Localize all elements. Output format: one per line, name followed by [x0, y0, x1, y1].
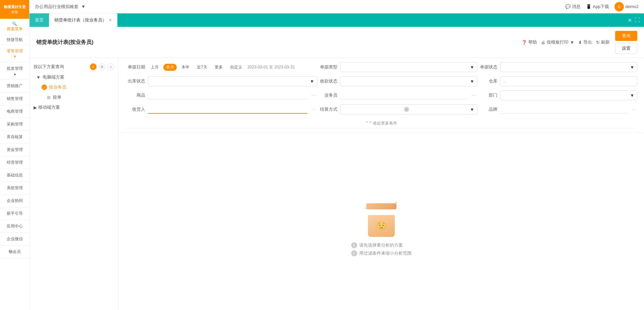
- query-filters: 单据日期 上月 本月 本年 近7天 更多 自定义 2023-03-01 至 20…: [118, 58, 644, 133]
- goods-input[interactable]: [148, 91, 307, 99]
- refresh-icon: ↻: [596, 40, 600, 45]
- date-this-month[interactable]: 本月: [163, 64, 177, 71]
- sidebar-item-finance[interactable]: 资金管理: [0, 144, 29, 156]
- empty-illustration: 😟 ✦ ✦: [361, 200, 401, 237]
- salesperson-dots[interactable]: ···: [470, 92, 477, 98]
- avatar: E: [614, 2, 624, 11]
- sidebar-search[interactable]: 🔍 搜索菜单: [0, 19, 29, 35]
- sidebar-item-member[interactable]: 畅会员: [0, 246, 29, 258]
- add-scheme-btn[interactable]: +: [90, 63, 97, 70]
- receipt-status-select[interactable]: ▼: [340, 76, 477, 86]
- date-this-year[interactable]: 本年: [179, 64, 192, 71]
- empty-state: 😟 ✦ ✦ 1 请先选择要分析的方案 2 用过滤条件来缩小分析范: [118, 133, 644, 310]
- empty-text: 1 请先选择要分析的方案 2 用过滤条件来缩小分析范围: [351, 242, 412, 258]
- content-area: 销货单统计表(按业务员) ❓ 帮助 🖨 按模板打印 ▼ ⬇ 导出: [30, 27, 644, 310]
- sidebar-item-enterprise[interactable]: 企业协同: [0, 195, 29, 207]
- tab-sales-stat-label: 销货单统计表（按业务员）: [54, 17, 107, 23]
- sidebar-item-ecommerce[interactable]: 电商管理: [0, 105, 29, 118]
- date-last-month[interactable]: 上月: [148, 64, 161, 71]
- warehouse-value: ···: [503, 79, 507, 84]
- doc-type-select[interactable]: ▼: [340, 62, 477, 72]
- print-dropdown-icon: ▼: [570, 40, 574, 45]
- date-custom[interactable]: 自定义: [227, 64, 245, 71]
- topbar-right: 💬 消息 📱 App下载 E demo2: [565, 2, 639, 11]
- consignee-dots[interactable]: ···: [310, 106, 317, 112]
- out-status-label: 出库状态: [125, 78, 145, 84]
- sidebar-shortcut[interactable]: 快捷导航: [0, 35, 29, 45]
- sidebar: 畅捷通好生意 标版 🔍 搜索菜单 快捷导航 零售管理 ▼ 批发管理 ▲ 营销推广…: [0, 0, 30, 310]
- step1-label: 请先选择要分析的方案: [359, 242, 403, 248]
- topbar-left: 办公用品行业模拟账套 ▼: [35, 4, 86, 10]
- settings-scheme-btn[interactable]: ⚙: [99, 63, 105, 70]
- brand-input[interactable]: [500, 105, 628, 113]
- sidebar-item-wechat[interactable]: 企业微信: [0, 233, 29, 246]
- tree-item-desktop[interactable]: ▼ 电脑端方案: [30, 72, 118, 82]
- tree-grandchild-by-order[interactable]: ⊞ 按单: [30, 92, 118, 102]
- print-btn[interactable]: 🖨 按模板打印 ▼: [541, 39, 574, 45]
- home-label: 首页: [35, 17, 44, 23]
- sidebar-item-appstore[interactable]: 应用中心: [0, 220, 29, 233]
- set-button[interactable]: 设置: [615, 43, 637, 54]
- search-icon: 🔍: [12, 21, 17, 26]
- sidebar-item-basic[interactable]: 基础信息: [0, 169, 29, 182]
- main-body: 按以下方案查询 + ⚙ « ▼ 电脑端方案: [30, 58, 644, 310]
- tab-close-icon[interactable]: ✕: [109, 18, 112, 22]
- user-avatar-area[interactable]: E demo2: [614, 2, 639, 11]
- grid-icon: ⊞: [47, 95, 51, 100]
- app-download-btn[interactable]: 📱 App下载: [586, 4, 609, 10]
- tree-child-by-salesperson[interactable]: ✓ 按业务员: [30, 82, 118, 92]
- window-expand-icon[interactable]: ⛶: [635, 17, 640, 23]
- tabbar: 首页 销货单统计表（按业务员） ✕ ✕ ⛶: [30, 13, 644, 27]
- by-order-label: 按单: [53, 94, 61, 100]
- brand-label: 品牌: [477, 106, 497, 112]
- query-button[interactable]: 查询: [615, 31, 637, 41]
- payment-clear-btn[interactable]: ✕: [404, 107, 409, 112]
- salesperson-input[interactable]: [340, 91, 468, 99]
- sidebar-item-retail[interactable]: 零售管理 ▼: [0, 45, 29, 62]
- export-label: 导出: [583, 39, 592, 45]
- collapse-panel-btn[interactable]: «: [107, 63, 114, 70]
- warehouse-select[interactable]: ···: [500, 76, 637, 86]
- refresh-label: 刷新: [601, 39, 610, 45]
- brand-dots[interactable]: ···: [630, 106, 637, 112]
- dept-label: 部门: [477, 92, 497, 98]
- sidebar-item-inventory[interactable]: 库存核算: [0, 131, 29, 144]
- receipt-status-dropdown-icon: ▼: [470, 79, 474, 84]
- filter-item-doc-type: 单据类型 ▼: [317, 62, 477, 72]
- gear-icon: ⚙: [100, 65, 104, 69]
- query-area: 单据日期 上月 本月 本年 近7天 更多 自定义 2023-03-01 至 20…: [118, 58, 644, 310]
- date-more[interactable]: 更多: [212, 64, 225, 71]
- out-status-select[interactable]: ▼: [148, 76, 317, 86]
- industry-dropdown-icon[interactable]: ▼: [81, 4, 86, 9]
- filter-row-1: 单据日期 上月 本月 本年 近7天 更多 自定义 2023-03-01 至 20…: [125, 62, 637, 72]
- sidebar-item-wholesale[interactable]: 批发管理 ▲: [0, 62, 29, 80]
- chevron-down-icon-tree: ▼: [36, 75, 41, 80]
- export-btn[interactable]: ⬇ 导出: [578, 39, 592, 45]
- sidebar-item-newbie[interactable]: 新手引导: [0, 207, 29, 220]
- doc-status-select[interactable]: ▼: [500, 62, 637, 72]
- box-body: 😟: [368, 215, 395, 237]
- help-btn[interactable]: ❓ 帮助: [522, 39, 537, 45]
- tree-mobile-label: 移动端方案: [38, 104, 60, 110]
- message-btn[interactable]: 💬 消息: [565, 4, 581, 10]
- window-close-icon[interactable]: ✕: [628, 17, 632, 23]
- filter-panel-header: 按以下方案查询 + ⚙ «: [30, 61, 118, 72]
- sidebar-item-sales[interactable]: 销售管理: [0, 93, 29, 105]
- sidebar-item-operations[interactable]: 经营管理: [0, 156, 29, 169]
- dept-select[interactable]: ▼: [500, 90, 637, 100]
- tab-sales-stat[interactable]: 销货单统计表（按业务员） ✕: [49, 13, 117, 27]
- page-header: 销货单统计表(按业务员) ❓ 帮助 🖨 按模板打印 ▼ ⬇ 导出: [30, 27, 644, 58]
- refresh-btn[interactable]: ↻ 刷新: [596, 39, 610, 45]
- consignee-input[interactable]: [148, 105, 307, 114]
- goods-dots[interactable]: ···: [310, 92, 317, 98]
- tree-item-mobile[interactable]: ▶ 移动端方案: [30, 102, 118, 112]
- sidebar-item-system[interactable]: 系统管理: [0, 182, 29, 195]
- page-actions: ❓ 帮助 🖨 按模板打印 ▼ ⬇ 导出 ↻ 刷新: [522, 39, 610, 45]
- payment-select[interactable]: ✕ ▼: [340, 104, 477, 114]
- date-7days[interactable]: 近7天: [194, 64, 210, 71]
- sidebar-item-purchase[interactable]: 采购管理: [0, 118, 29, 131]
- dept-dropdown-icon: ▼: [630, 93, 634, 98]
- collapse-bar[interactable]: ⌃⌃ 收起更多条件: [125, 118, 637, 128]
- tab-home[interactable]: 首页: [30, 13, 49, 27]
- sidebar-item-marketing[interactable]: 营销推广: [0, 80, 29, 93]
